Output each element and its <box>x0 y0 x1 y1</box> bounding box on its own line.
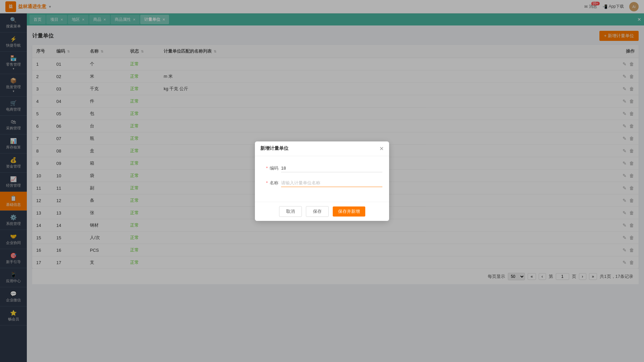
modal-body: * 编码 * 名称 <box>255 156 389 202</box>
form-row-code: * 编码 <box>262 164 382 172</box>
save-button[interactable]: 保存 <box>306 206 329 217</box>
form-row-name: * 名称 <box>262 179 382 187</box>
modal-title: 新增计量单位 <box>260 145 288 152</box>
save-add-button[interactable]: 保存并新增 <box>333 206 365 217</box>
code-label: * 编码 <box>262 165 278 171</box>
name-label: * 名称 <box>262 180 278 186</box>
modal-add-measure-unit: 新增计量单位 ✕ * 编码 * 名称 取消 保存 保存并新增 <box>255 141 389 221</box>
cancel-button[interactable]: 取消 <box>279 206 302 217</box>
modal-close-button[interactable]: ✕ <box>379 145 384 152</box>
name-input[interactable] <box>281 179 382 187</box>
modal-header: 新增计量单位 ✕ <box>255 141 389 156</box>
modal-overlay: 新增计量单位 ✕ * 编码 * 名称 取消 保存 保存并新增 <box>0 0 644 362</box>
required-star: * <box>266 166 268 171</box>
modal-footer: 取消 保存 保存并新增 <box>255 202 389 221</box>
required-star-name: * <box>266 180 268 185</box>
code-input[interactable] <box>281 164 382 172</box>
